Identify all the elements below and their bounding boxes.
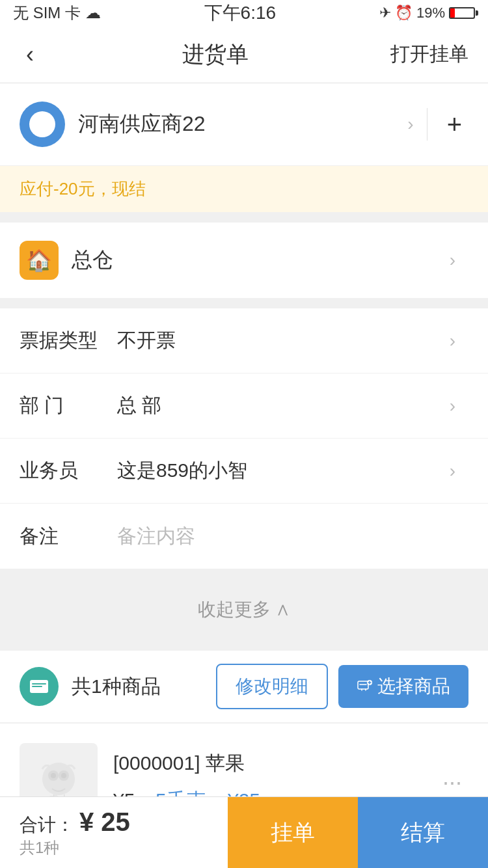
status-right: ✈ ⏰ 19%: [379, 5, 475, 21]
add-button[interactable]: +: [441, 110, 468, 139]
back-button[interactable]: ‹: [20, 34, 40, 75]
invoice-label: 票据类型: [20, 327, 104, 354]
department-label: 部 门: [20, 392, 104, 419]
form-row-salesperson[interactable]: 业务员 这是859的小智 ›: [0, 439, 488, 504]
main-content: 河南供应商22 › + 应付-20元，现结 🏠 总仓 › 票据类型 不开票 › …: [0, 83, 488, 868]
total-label: 合计： ¥ 25: [20, 807, 208, 837]
cart-icon: [357, 679, 372, 694]
bottom-bar: 合计： ¥ 25 共1种 挂单 结算: [0, 796, 488, 868]
invoice-chevron-icon: ›: [450, 331, 455, 351]
total-count: 共1种: [20, 837, 208, 858]
status-left: 无 SIM 卡 ☁: [13, 3, 101, 23]
svg-point-7: [61, 773, 66, 778]
svg-point-3: [42, 763, 75, 795]
remark-label: 备注: [20, 523, 104, 550]
total-text: 合计：: [20, 813, 74, 837]
supplier-row[interactable]: 河南供应商22 › +: [0, 83, 488, 166]
select-products-label: 选择商品: [377, 674, 450, 699]
collapse-row[interactable]: 收起更多 ∧: [0, 579, 488, 640]
location-icon: ✈: [379, 5, 391, 21]
vertical-divider: [427, 108, 427, 141]
products-icon: [20, 667, 59, 706]
svg-rect-1: [358, 681, 368, 689]
svg-point-6: [51, 773, 56, 778]
status-bar: 无 SIM 卡 ☁ 下午6:16 ✈ ⏰ 19%: [0, 0, 488, 26]
form-row-department[interactable]: 部 门 总 部 ›: [0, 373, 488, 439]
supplier-section: 河南供应商22 › + 应付-20元，现结: [0, 83, 488, 212]
supplier-name: 河南供应商22: [78, 110, 407, 139]
products-header: 共1种商品 修改明细 选择商品: [0, 651, 488, 723]
page-title: 进货单: [182, 40, 249, 70]
warehouse-icon: 🏠: [20, 241, 59, 280]
form-row-invoice[interactable]: 票据类型 不开票 ›: [0, 308, 488, 373]
edit-details-button[interactable]: 修改明细: [216, 664, 328, 709]
salesperson-label: 业务员: [20, 457, 104, 484]
form-section: 票据类型 不开票 › 部 门 总 部 › 业务员 这是859的小智 › 备注 备…: [0, 308, 488, 569]
battery-level: 19%: [416, 5, 445, 21]
form-row-remark[interactable]: 备注 备注内容: [0, 504, 488, 569]
salesperson-chevron-icon: ›: [450, 461, 455, 481]
select-products-button[interactable]: 选择商品: [338, 665, 468, 708]
product-title: 苹果: [206, 752, 245, 774]
battery-icon: [449, 7, 475, 19]
department-value: 总 部: [104, 392, 450, 419]
checkout-button[interactable]: 结算: [358, 797, 488, 869]
product-name: [0000001] 苹果: [113, 750, 436, 777]
status-time: 下午6:16: [204, 1, 277, 25]
product-code: [0000001]: [113, 752, 200, 774]
open-suspend-button[interactable]: 打开挂单: [390, 41, 468, 68]
sim-status: 无 SIM 卡 ☁: [13, 3, 101, 23]
warehouse-row[interactable]: 🏠 总仓 ›: [0, 223, 488, 298]
alarm-icon: ⏰: [395, 5, 413, 21]
nav-bar: ‹ 进货单 打开挂单: [0, 26, 488, 83]
warehouse-name: 总仓: [72, 246, 450, 275]
suspend-button[interactable]: 挂单: [228, 797, 358, 869]
remark-input[interactable]: 备注内容: [104, 523, 468, 550]
total-amount: ¥ 25: [79, 807, 130, 837]
department-chevron-icon: ›: [450, 396, 455, 416]
notice-bar: 应付-20元，现结: [0, 166, 488, 212]
warehouse-chevron-icon: ›: [450, 250, 455, 271]
invoice-value: 不开票: [104, 327, 450, 354]
salesperson-value: 这是859的小智: [104, 457, 450, 484]
chevron-right-icon: ›: [407, 114, 413, 135]
supplier-avatar: [20, 102, 65, 147]
total-section: 合计： ¥ 25 共1种: [0, 807, 228, 858]
products-count: 共1种商品: [72, 673, 216, 700]
